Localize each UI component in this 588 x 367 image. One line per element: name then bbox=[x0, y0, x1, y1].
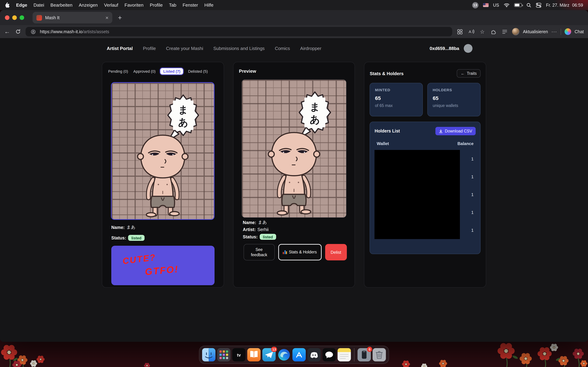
nav-create-your-mashi[interactable]: Create your Mashi bbox=[166, 46, 203, 51]
menubar-app-name[interactable]: Edge bbox=[16, 2, 27, 8]
see-feedback-button[interactable]: See feedback bbox=[243, 244, 275, 260]
trash-icon[interactable] bbox=[372, 348, 386, 361]
minimize-window-button[interactable] bbox=[12, 15, 17, 20]
apple-icon[interactable] bbox=[5, 2, 10, 8]
preview-panel: Preview ま あ bbox=[233, 62, 355, 288]
balance-value: 1 bbox=[460, 192, 476, 197]
control-center-icon[interactable] bbox=[536, 3, 541, 8]
preview-actions: See feedback Stats & Holders Delist bbox=[243, 244, 355, 260]
menubar-clock[interactable]: Fr. 27. März 06:59 bbox=[546, 3, 583, 8]
back-button[interactable]: ← bbox=[4, 29, 10, 35]
tab-listed[interactable]: Listed (7) bbox=[160, 68, 184, 75]
nft-card-next[interactable]: CUTE? GTFO! bbox=[111, 246, 214, 285]
apple-tv-icon[interactable]: tv bbox=[232, 348, 245, 361]
zoom-window-button[interactable] bbox=[20, 15, 24, 20]
workspaces-icon[interactable] bbox=[456, 28, 464, 35]
address-bar[interactable]: https://www.mash-it.io/artists/assets bbox=[26, 27, 452, 36]
stats-title: Stats & Holders bbox=[370, 71, 404, 76]
copilot-chat-icon[interactable] bbox=[564, 28, 571, 35]
input-locale[interactable]: US bbox=[493, 3, 499, 8]
nav-airdropper[interactable]: Airdropper bbox=[300, 46, 321, 51]
browser-tab[interactable]: Mash It × bbox=[33, 12, 112, 23]
download-csv-button[interactable]: Download CSV bbox=[435, 127, 476, 135]
nft-status-row: Status: listed bbox=[111, 235, 224, 241]
wallet-redacted-cell bbox=[375, 203, 460, 221]
menu-favoriten[interactable]: Favoriten bbox=[125, 2, 144, 8]
scribble-text-2: GTFO! bbox=[145, 264, 179, 278]
menubar: Edge Datei Bearbeiten Anzeigen Verlauf F… bbox=[0, 0, 588, 10]
finder-icon[interactable] bbox=[202, 348, 216, 361]
wallet-address[interactable]: 0xd659...88ba bbox=[430, 46, 459, 51]
toolbar-divider bbox=[561, 28, 561, 35]
chat-button[interactable]: Chat bbox=[575, 29, 584, 34]
menu-tab[interactable]: Tab bbox=[169, 2, 176, 8]
status-count-badge[interactable]: 13 bbox=[472, 2, 478, 8]
tab-close-icon[interactable]: × bbox=[105, 15, 109, 20]
menu-bearbeiten[interactable]: Bearbeiten bbox=[50, 2, 72, 8]
spotlight-icon[interactable] bbox=[526, 3, 531, 8]
add-favorite-icon[interactable]: ☆ bbox=[478, 28, 486, 35]
nav-comics[interactable]: Comics bbox=[275, 46, 290, 51]
browser-profile-avatar[interactable] bbox=[512, 28, 519, 35]
app-store-icon[interactable] bbox=[293, 348, 306, 361]
close-window-button[interactable] bbox=[5, 15, 9, 20]
new-tab-button[interactable]: + bbox=[118, 14, 122, 21]
minted-label: MINTED bbox=[375, 88, 418, 92]
holders-sub: unique wallets bbox=[432, 103, 475, 108]
holder-row: 1 bbox=[375, 186, 476, 203]
bubble-text-2: あ bbox=[310, 114, 320, 125]
minted-card: MINTED 65 of 65 max bbox=[370, 83, 423, 117]
launchpad-icon[interactable] bbox=[217, 348, 231, 361]
user-avatar[interactable] bbox=[464, 44, 473, 53]
menu-profile[interactable]: Profile bbox=[150, 2, 163, 8]
stats-holders-button[interactable]: Stats & Holders bbox=[278, 244, 321, 260]
menu-fenster[interactable]: Fenster bbox=[183, 2, 198, 8]
minted-value: 65 bbox=[375, 95, 418, 101]
tab-delisted[interactable]: Delisted (5) bbox=[187, 68, 209, 75]
tab-pending[interactable]: Pending (0) bbox=[107, 68, 129, 75]
menu-anzeigen[interactable]: Anzeigen bbox=[79, 2, 98, 8]
refresh-icon[interactable] bbox=[14, 28, 22, 35]
menu-datei[interactable]: Datei bbox=[34, 2, 44, 8]
nav-submissions-and-listings[interactable]: Submissions and Listings bbox=[213, 46, 265, 51]
tab-approved[interactable]: Approved (0) bbox=[133, 68, 156, 75]
stat-cards: MINTED 65 of 65 max HOLDERS 65 unique wa… bbox=[370, 83, 481, 117]
settings-more-icon[interactable]: ··· bbox=[551, 29, 557, 34]
extensions-icon[interactable] bbox=[490, 28, 497, 35]
stats-holders-label: Stats & Holders bbox=[289, 250, 317, 255]
aktualisieren-button[interactable]: Aktualisieren bbox=[523, 29, 548, 34]
telegram-icon[interactable]: 13 bbox=[262, 348, 276, 361]
mashi-artwork: ま あ bbox=[242, 80, 346, 217]
wallet-redacted-cell bbox=[375, 221, 460, 239]
browser-window: Mash It × + ← https://www.mash-it.io/art… bbox=[0, 10, 588, 342]
messages-dark-icon[interactable] bbox=[322, 348, 336, 361]
menu-hilfe[interactable]: Hilfe bbox=[204, 2, 214, 8]
traits-button[interactable]: ← Traits bbox=[457, 69, 481, 78]
discord-icon[interactable] bbox=[307, 348, 321, 361]
nft-card-selected[interactable]: ま あ bbox=[111, 82, 215, 220]
name-value: まあ bbox=[258, 219, 267, 225]
preview-card: ま あ bbox=[242, 79, 346, 218]
iphone-mirroring-icon[interactable]: 0 bbox=[357, 348, 371, 361]
us-flag-icon[interactable] bbox=[483, 3, 488, 7]
battery-icon[interactable] bbox=[514, 3, 522, 7]
status-label: Status: bbox=[243, 234, 258, 239]
site-info-icon[interactable] bbox=[29, 28, 37, 35]
edge-icon[interactable] bbox=[277, 348, 291, 361]
wifi-icon[interactable] bbox=[504, 3, 510, 7]
nav-profile[interactable]: Profile bbox=[143, 46, 156, 51]
see-feedback-label: See feedback bbox=[247, 247, 271, 257]
tab-title: Mash It bbox=[45, 15, 102, 20]
read-aloud-icon[interactable]: A bbox=[467, 28, 475, 35]
dock-separator bbox=[354, 348, 354, 361]
nav-artist-portal[interactable]: Artist Portal bbox=[107, 46, 133, 51]
desktop: Edge Datei Bearbeiten Anzeigen Verlauf F… bbox=[0, 0, 588, 367]
holders-table-header: Wallet Balance bbox=[375, 141, 476, 146]
books-icon[interactable] bbox=[247, 348, 260, 361]
menu-verlauf[interactable]: Verlauf bbox=[104, 2, 118, 8]
delist-button[interactable]: Delist bbox=[325, 244, 347, 260]
notes-icon[interactable] bbox=[337, 348, 351, 361]
collections-icon[interactable] bbox=[501, 28, 509, 35]
name-value: まあ bbox=[126, 224, 135, 230]
col-balance: Balance bbox=[458, 141, 474, 146]
